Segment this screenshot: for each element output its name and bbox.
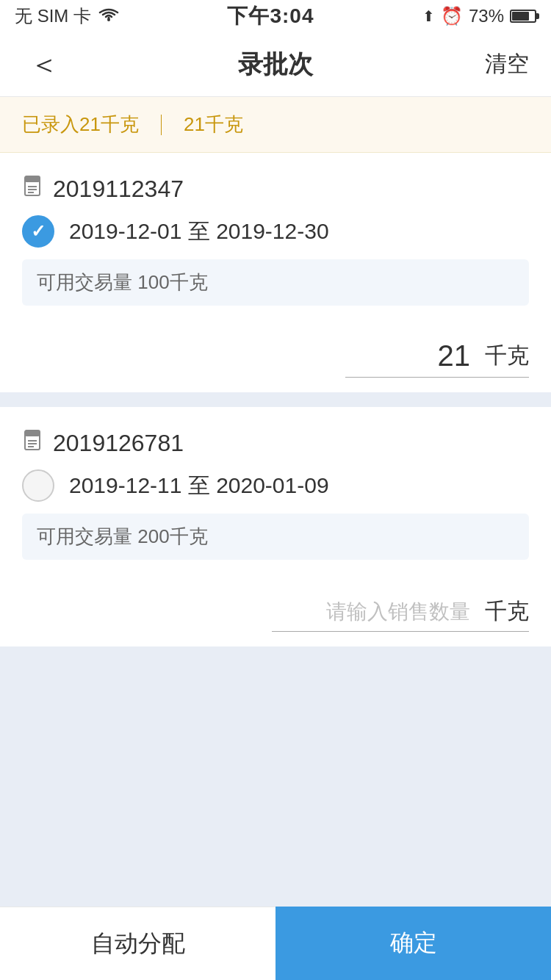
batch-1-quantity-value: 21	[438, 339, 471, 372]
summary-recorded-label: 已录入21千克	[22, 112, 139, 137]
status-bar: 无 SIM 卡 下午3:04 ⬆ ⏰ 73%	[0, 0, 551, 32]
summary-divider	[161, 115, 162, 135]
bottom-bar: 自动分配 确定	[0, 907, 551, 980]
batch-1-date: 2019-12-01 至 2019-12-30	[69, 217, 329, 247]
batch-1-underline	[345, 377, 529, 378]
confirm-button[interactable]: 确定	[276, 907, 551, 980]
svg-rect-2	[25, 176, 40, 182]
batch-item-2: 2019126781 2019-12-11 至 2020-01-09 可用交易量…	[0, 407, 551, 646]
batch-2-date-row[interactable]: 2019-12-11 至 2020-01-09	[22, 469, 529, 502]
batch-1-doc-icon	[22, 175, 46, 203]
empty-area	[0, 646, 551, 926]
batch-2-available: 可用交易量 200千克	[22, 514, 529, 560]
batch-1-date-row[interactable]: 2019-12-01 至 2019-12-30	[22, 215, 529, 248]
batch-1-radio[interactable]	[22, 215, 54, 248]
back-button[interactable]: ＜	[22, 37, 66, 92]
auto-distribute-button[interactable]: 自动分配	[0, 907, 276, 980]
batch-2-underline-wrap	[0, 631, 551, 646]
batch-2-underline	[272, 631, 529, 632]
section-separator	[0, 392, 551, 407]
batch-1-quantity-unit: 千克	[485, 341, 529, 371]
battery-icon	[510, 10, 536, 23]
status-right: ⬆ ⏰ 73%	[422, 6, 536, 26]
summary-value: 21千克	[184, 112, 243, 137]
no-sim-text: 无 SIM 卡	[15, 4, 91, 28]
summary-bar: 已录入21千克 21千克	[0, 97, 551, 153]
batch-2-id: 2019126781	[53, 430, 184, 457]
battery-percent: 73%	[469, 6, 504, 26]
status-time: 下午3:04	[227, 2, 314, 30]
wifi-icon	[98, 6, 119, 26]
batch-1-header: 2019112347	[22, 175, 529, 203]
batch-2-input-wrapper: 请输入销售数量 千克	[0, 582, 551, 646]
batch-1-underline-wrapper	[0, 377, 551, 392]
page-title: 录批次	[238, 48, 313, 82]
batch-1-id: 2019112347	[53, 176, 184, 203]
batch-2-input-line: 请输入销售数量 千克	[0, 582, 551, 631]
batch-2-date: 2019-12-11 至 2020-01-09	[69, 471, 329, 501]
status-left: 无 SIM 卡	[15, 4, 119, 28]
batch-2-header: 2019126781	[22, 429, 529, 458]
batch-2-input-placeholder: 请输入销售数量	[326, 598, 470, 626]
nav-bar: ＜ 录批次 清空	[0, 32, 551, 97]
batch-1-quantity-wrapper: 21 千克	[0, 328, 551, 392]
batch-2-doc-icon	[22, 429, 46, 458]
svg-point-0	[107, 18, 110, 21]
batch-2-radio[interactable]	[22, 469, 54, 502]
batch-1-quantity-line: 21 千克	[0, 328, 551, 377]
location-icon: ⬆	[422, 7, 435, 25]
batch-item-1: 2019112347 2019-12-01 至 2019-12-30 可用交易量…	[0, 153, 551, 392]
batch-2-input-unit: 千克	[485, 597, 529, 627]
alarm-icon: ⏰	[441, 6, 463, 26]
batch-1-available: 可用交易量 100千克	[22, 259, 529, 306]
clear-button[interactable]: 清空	[485, 49, 529, 79]
svg-rect-7	[25, 430, 40, 436]
